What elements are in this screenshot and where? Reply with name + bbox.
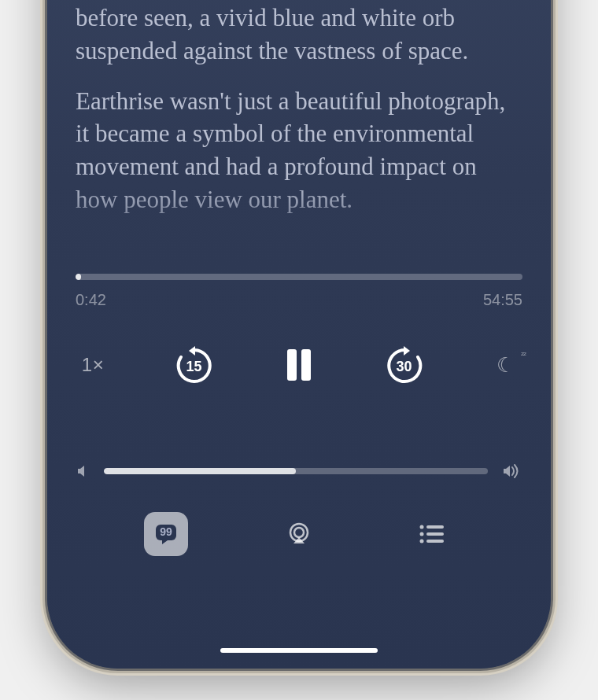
volume-high-icon bbox=[502, 463, 522, 479]
volume-fill bbox=[104, 468, 296, 474]
moon-icon: ☾ bbox=[496, 353, 515, 378]
svg-point-6 bbox=[420, 525, 424, 529]
time-elapsed: 0:42 bbox=[76, 291, 106, 309]
svg-point-8 bbox=[420, 532, 424, 536]
pause-icon bbox=[278, 344, 320, 386]
svg-point-5 bbox=[294, 528, 304, 537]
airplay-icon bbox=[285, 520, 313, 548]
pause-button[interactable] bbox=[278, 344, 320, 386]
volume-control bbox=[76, 463, 522, 479]
transcript-paragraph: showed our planet in a way people had ne… bbox=[76, 0, 522, 68]
quote-bubble-icon: 99 bbox=[153, 521, 179, 547]
transcript-paragraph: Earthrise wasn't just a beautiful photog… bbox=[76, 85, 522, 216]
progress-fill bbox=[76, 274, 81, 280]
playback-speed-button[interactable]: 1× bbox=[76, 354, 110, 376]
skip-forward-seconds: 30 bbox=[383, 344, 426, 386]
player-screen: showed our planet in a way people had ne… bbox=[47, 0, 551, 669]
time-remaining: 54:55 bbox=[483, 291, 522, 309]
skip-back-seconds: 15 bbox=[173, 344, 216, 386]
transcript-button[interactable]: 99 bbox=[144, 512, 188, 556]
svg-rect-11 bbox=[426, 540, 444, 543]
sleep-timer-button[interactable]: ☾ bbox=[488, 353, 522, 378]
svg-rect-1 bbox=[301, 349, 311, 381]
bottom-actions: 99 bbox=[76, 512, 522, 556]
transport-controls: 1× 15 bbox=[76, 344, 522, 386]
svg-rect-9 bbox=[426, 532, 444, 536]
transcript-view[interactable]: showed our planet in a way people had ne… bbox=[76, 0, 522, 267]
skip-forward-button[interactable]: 30 bbox=[383, 344, 426, 386]
volume-low-icon bbox=[76, 464, 90, 478]
svg-rect-7 bbox=[426, 525, 444, 529]
queue-button[interactable] bbox=[410, 512, 454, 556]
volume-slider[interactable] bbox=[104, 468, 488, 474]
svg-point-10 bbox=[420, 540, 424, 543]
progress-track[interactable] bbox=[76, 274, 522, 280]
airplay-button[interactable] bbox=[277, 512, 321, 556]
svg-rect-0 bbox=[287, 349, 297, 381]
svg-text:99: 99 bbox=[160, 525, 172, 538]
list-icon bbox=[419, 524, 445, 544]
skip-back-button[interactable]: 15 bbox=[173, 344, 216, 386]
phone-frame: showed our planet in a way people had ne… bbox=[47, 0, 551, 669]
playback-progress: 0:42 54:55 bbox=[76, 274, 522, 309]
home-indicator[interactable] bbox=[220, 648, 378, 653]
progress-times: 0:42 54:55 bbox=[76, 291, 522, 309]
